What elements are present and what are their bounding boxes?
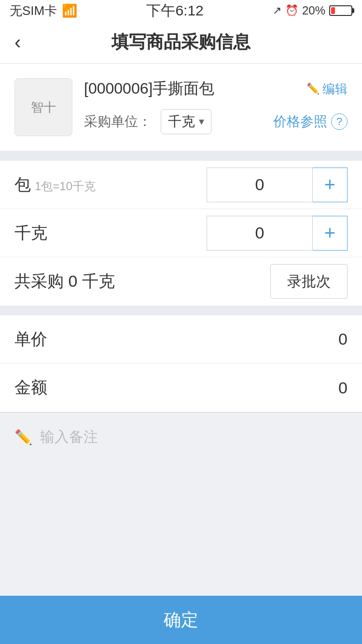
- battery-icon: [329, 5, 352, 16]
- kg-plus-button[interactable]: +: [313, 216, 348, 251]
- bag-input-row: 包1包=10千克 0 +: [0, 161, 362, 209]
- product-card: 智十 [0000006]手撕面包 ✏️ 编辑 采购单位： 千克 ▾ 价格参照 ?: [0, 64, 362, 151]
- price-ref-label: 价格参照: [273, 112, 327, 131]
- unit-row: 采购单位： 千克 ▾ 价格参照 ?: [84, 109, 348, 134]
- total-label: 共采购 0 千克: [14, 270, 115, 293]
- battery-percent: 20%: [302, 4, 325, 17]
- kg-qty-control: 0 +: [207, 216, 348, 251]
- batch-button[interactable]: 录批次: [270, 264, 348, 299]
- edit-icon: ✏️: [306, 83, 320, 95]
- kg-label: 千克: [14, 222, 207, 244]
- product-image-text: 智十: [31, 99, 56, 116]
- bag-qty-input[interactable]: 0: [207, 168, 313, 202]
- remark-section[interactable]: ✏️ 输入备注: [0, 413, 362, 462]
- carrier-label: 无SIM卡: [10, 2, 57, 19]
- price-ref-button[interactable]: 价格参照 ?: [273, 112, 348, 131]
- confirm-bar[interactable]: 确定: [0, 596, 362, 644]
- help-icon: ?: [331, 113, 348, 130]
- bag-qty-control: 0 +: [207, 168, 348, 202]
- unit-select[interactable]: 千克 ▾: [161, 109, 211, 134]
- amount-row: 金额 0: [0, 364, 362, 412]
- product-image: 智十: [14, 78, 72, 136]
- status-left: 无SIM卡 📶: [10, 2, 77, 19]
- nav-bar: ‹ 填写商品采购信息: [0, 21, 362, 64]
- total-row: 共采购 0 千克 录批次: [0, 257, 362, 306]
- product-name: [0000006]手撕面包: [84, 78, 214, 99]
- wifi-icon: 📶: [62, 3, 77, 18]
- edit-label: 编辑: [322, 81, 348, 98]
- back-button[interactable]: ‹: [14, 31, 21, 53]
- remark-placeholder: 输入备注: [40, 427, 98, 447]
- bag-plus-button[interactable]: +: [313, 168, 348, 202]
- bag-sub: 1包=10千克: [35, 180, 96, 193]
- input-section: 包1包=10千克 0 + 千克 0 +: [0, 161, 362, 257]
- section-divider-1: [0, 151, 362, 161]
- confirm-button[interactable]: 确定: [164, 608, 198, 632]
- unit-label: 采购单位：: [84, 114, 152, 129]
- price-section: 单价 0 金额 0: [0, 315, 362, 412]
- status-time: 下午6:12: [146, 1, 203, 21]
- unit-selector-group: 采购单位： 千克 ▾: [84, 109, 211, 134]
- alarm-icon: ⏰: [285, 4, 298, 17]
- status-bar: 无SIM卡 📶 下午6:12 ↗ ⏰ 20%: [0, 0, 362, 21]
- product-name-row: [0000006]手撕面包 ✏️ 编辑: [84, 78, 348, 99]
- pencil-icon: ✏️: [14, 429, 32, 446]
- amount-label: 金额: [14, 377, 47, 399]
- unit-price-value: 0: [338, 330, 348, 349]
- product-info: [0000006]手撕面包 ✏️ 编辑 采购单位： 千克 ▾ 价格参照 ?: [84, 78, 348, 134]
- unit-value: 千克: [168, 112, 195, 131]
- status-right: ↗ ⏰ 20%: [273, 4, 352, 17]
- location-icon: ↗: [273, 4, 281, 17]
- dropdown-icon: ▾: [199, 115, 204, 128]
- kg-qty-input[interactable]: 0: [207, 216, 313, 251]
- section-divider-2: [0, 306, 362, 315]
- amount-value: 0: [338, 378, 348, 397]
- page-title: 填写商品采购信息: [111, 30, 251, 54]
- unit-price-label: 单价: [14, 328, 47, 350]
- kg-input-row: 千克 0 +: [0, 209, 362, 257]
- unit-price-row: 单价 0: [0, 315, 362, 364]
- edit-button[interactable]: ✏️ 编辑: [306, 81, 348, 98]
- bag-label: 包1包=10千克: [14, 174, 207, 196]
